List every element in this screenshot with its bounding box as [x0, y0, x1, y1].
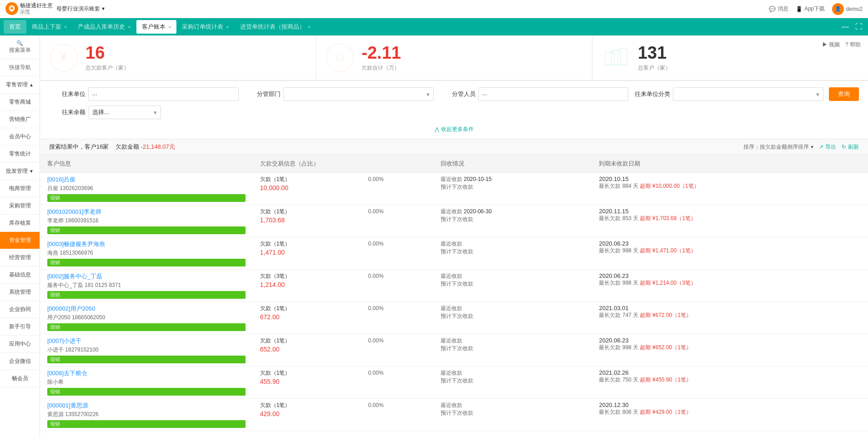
- sidebar-item-enterprise-collab[interactable]: 企业协同: [0, 301, 40, 318]
- customer-name-link-0[interactable]: [0016]吕俊: [47, 176, 246, 184]
- help-btn[interactable]: ? 帮助: [845, 41, 861, 49]
- tab-products-on-off[interactable]: 商品上下架 ×: [26, 20, 72, 34]
- help-icon: ?: [845, 41, 848, 48]
- sidebar-item-system[interactable]: 系统管理: [0, 284, 40, 301]
- sidebar-item-app-center[interactable]: 应用中心: [0, 336, 40, 353]
- company-select[interactable]: 母婴行业演示账套 ▾: [56, 5, 105, 13]
- customer-phone-1: 李老师 18600391516: [47, 217, 246, 225]
- sidebar-item-inventory[interactable]: 库存核算: [0, 215, 40, 232]
- tab-home[interactable]: 首页: [4, 20, 26, 34]
- sidebar-item-ecommerce[interactable]: 电商管理: [0, 180, 40, 197]
- sidebar-item-retail-mgmt[interactable]: 零售管理 ▲: [0, 76, 40, 94]
- overdue-info-5: 最长欠款 998 天 超期 ¥652.00（1笔）: [599, 344, 861, 352]
- sidebar-item-retail-stats[interactable]: 零售统计: [0, 146, 40, 163]
- tab-stock-stats-label: 进货单统计表（按商品）: [240, 23, 305, 31]
- overdue-link-3[interactable]: 超期 ¥1,214.00（3笔）: [640, 280, 696, 286]
- search-menu[interactable]: 🔍 搜索菜单: [0, 35, 40, 59]
- sidebar-item-purchase[interactable]: 采购管理: [0, 197, 40, 215]
- tab-close-icon[interactable]: ×: [64, 24, 67, 30]
- nav-maximize-icon[interactable]: ⛶: [853, 23, 864, 31]
- filter-select-category[interactable]: ▾: [673, 87, 823, 101]
- table-row: [000001]黄思源 黄思源 13552700226 现销 欠款（1笔） 42…: [40, 399, 868, 431]
- sort-button[interactable]: 排序：按欠款金额倒序排序 ▾: [743, 143, 813, 151]
- recent-collection-label-0: 最近收款: [441, 176, 462, 182]
- overdue-link-0[interactable]: 超期 ¥10,000.00（1笔）: [640, 183, 699, 189]
- quick-nav-item[interactable]: 快捷导航: [0, 59, 40, 76]
- export-label: 导出: [825, 143, 836, 151]
- cell-recovery-2: 最近收款 预计下次收款: [433, 237, 592, 270]
- overdue-days-4: 最长欠款 747 天: [599, 312, 640, 318]
- customer-name-link-4[interactable]: [000002]用户2050: [47, 305, 246, 313]
- filter-input-person[interactable]: ···: [478, 87, 629, 101]
- filter-label-category: 往来单位分类: [634, 90, 670, 98]
- overdue-link-7[interactable]: 超期 ¥429.00（1笔）: [640, 409, 691, 415]
- cell-recovery-4: 最近收款 预计下次收款: [433, 302, 592, 334]
- user-profile[interactable]: 👤 demo2: [832, 3, 863, 15]
- sidebar-item-retail-mall[interactable]: 零售商城: [0, 94, 40, 111]
- filter-select-balance[interactable]: 选择... ▾: [88, 105, 161, 119]
- customer-name-link-6[interactable]: [0006]去下粮仓: [47, 369, 246, 377]
- sidebar-item-basic-info[interactable]: 基础信息: [0, 266, 40, 284]
- sidebar-item-wechat[interactable]: 企业微信: [0, 353, 40, 370]
- sidebar-item-finance[interactable]: 资金管理: [0, 232, 40, 249]
- due-date-2: 2020.06.23: [599, 240, 861, 247]
- recent-collection-label-4: 最近收款: [441, 305, 462, 311]
- tab-customer-account[interactable]: 客户账本 ×: [136, 20, 176, 34]
- nav-minimize-icon[interactable]: —: [840, 23, 851, 31]
- filter-input-customer[interactable]: ···: [88, 87, 239, 101]
- customer-info-3: [0002]服务中心_丁磊 服务中心_丁磊 181 0125 8371 现销: [47, 272, 246, 299]
- company-name: 母婴行业演示账套: [56, 5, 100, 13]
- customer-name-link-5[interactable]: [0007]小进干: [47, 337, 246, 345]
- tab-stock-stats[interactable]: 进货单统计表（按商品） ×: [235, 20, 316, 34]
- tab-purchase-stats[interactable]: 采购订单统计表 ×: [176, 20, 234, 34]
- logo: 畅捷通好生意 示范: [5, 2, 53, 15]
- table-row: [0016]吕俊 吕俊 13026203696 现销 欠款（1笔） 10,000…: [40, 173, 868, 205]
- overdue-link-1[interactable]: 超期 ¥1,703.68（1笔）: [640, 215, 696, 221]
- next-collection-0: 预计下次收款: [441, 183, 585, 191]
- stat-card-debt-total: ⬡ -2.11 欠款合计（万）: [316, 35, 592, 80]
- table-header-row: 客户信息 欠款交易信息（占比） 回收情况 到期未收款日期: [40, 155, 868, 173]
- cell-due-1: 2020.11.15 最长欠款 853 天 超期 ¥1,703.68（1笔）: [592, 205, 868, 237]
- debt-percent-5: 0.00%: [368, 337, 384, 344]
- tab-close-icon[interactable]: ×: [168, 24, 171, 30]
- customer-name-link-7[interactable]: [000001]黄思源: [47, 402, 246, 410]
- sidebar-item-marketing[interactable]: 营销推广: [0, 111, 40, 128]
- tab-production-history[interactable]: 产成品入库单历史 ×: [72, 20, 136, 34]
- filter-select-dept[interactable]: ▾: [283, 87, 434, 101]
- app-download-label: App下载: [804, 5, 825, 13]
- overdue-link-2[interactable]: 超期 ¥1,471.00（1笔）: [640, 247, 696, 254]
- customer-name-link-2[interactable]: [0003]畅捷服务尹海燕: [47, 240, 246, 248]
- overdue-info-7: 最长欠款 808 天 超期 ¥429.00（1笔）: [599, 408, 861, 416]
- collapse-filter-btn[interactable]: ⋀ 收起更多条件: [49, 124, 859, 135]
- cell-due-7: 2020.12.30 最长欠款 808 天 超期 ¥429.00（1笔）: [592, 399, 868, 431]
- overdue-link-6[interactable]: 超期 ¥455.90（1笔）: [640, 377, 691, 383]
- sidebar-item-wholesale-mgmt[interactable]: 批发管理 ▼: [0, 163, 40, 180]
- customer-phone-6: 陈小希: [47, 378, 246, 386]
- customer-tag-5: 现销: [47, 356, 246, 363]
- app-download-btn[interactable]: 📱 App下载: [796, 5, 825, 13]
- sidebar-item-membership[interactable]: 会员中心: [0, 128, 40, 146]
- export-button[interactable]: ↗ 导出: [819, 143, 836, 151]
- tab-close-icon[interactable]: ×: [128, 24, 130, 30]
- customer-name-link-1[interactable]: [0001020001]李老师: [47, 208, 246, 216]
- overdue-link-5[interactable]: 超期 ¥652.00（1笔）: [640, 344, 691, 351]
- sidebar-item-member[interactable]: 畅会员: [0, 370, 40, 387]
- result-text: 搜索结果中，客户16家: [49, 143, 109, 150]
- tab-purchase-stats-label: 采购订单统计表: [182, 23, 223, 31]
- next-collection-2: 预计下次收款: [441, 248, 585, 256]
- message-btn[interactable]: 💬 消息: [769, 5, 788, 13]
- sidebar-item-operations[interactable]: 经营管理: [0, 249, 40, 266]
- overdue-info-3: 最长欠款 998 天 超期 ¥1,214.00（3笔）: [599, 279, 861, 287]
- logo-name: 畅捷通好生意: [20, 2, 53, 9]
- tab-close-icon[interactable]: ×: [308, 24, 311, 30]
- sidebar-item-beginner[interactable]: 新手引导: [0, 318, 40, 336]
- overdue-link-4[interactable]: 超期 ¥672.00（1笔）: [640, 312, 691, 318]
- query-button[interactable]: 查询: [829, 87, 859, 101]
- refresh-button[interactable]: ↻ 刷新: [842, 143, 859, 151]
- tab-close-icon[interactable]: ×: [226, 24, 229, 30]
- top-left: 畅捷通好生意 示范 母婴行业演示账套 ▾: [5, 2, 105, 15]
- customer-name-link-3[interactable]: [0002]服务中心_丁磊: [47, 272, 246, 281]
- debt-percent-6: 0.00%: [368, 370, 384, 376]
- debt-count-5: 欠款（1笔）: [260, 337, 354, 345]
- video-btn[interactable]: ▶ 视频: [822, 41, 840, 49]
